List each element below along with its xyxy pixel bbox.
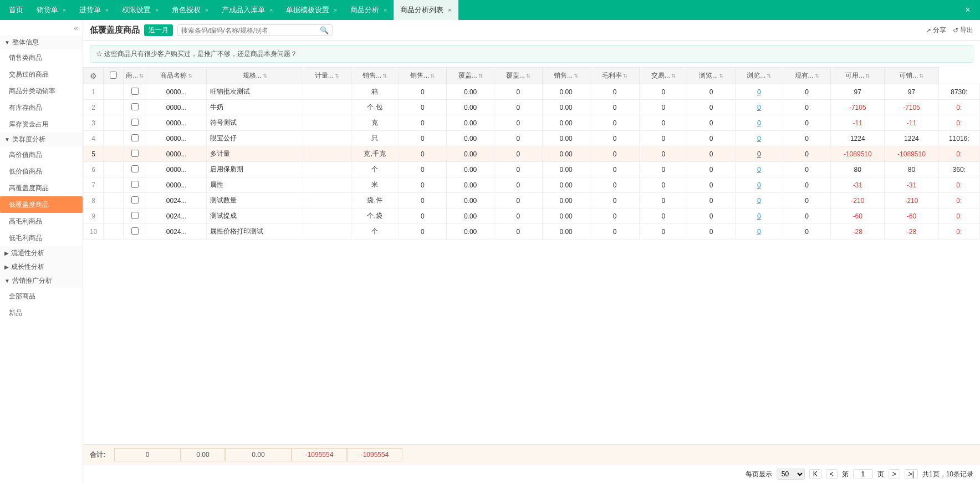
export-button[interactable]: ↺ 导出 [953, 26, 973, 35]
row-checkbox[interactable] [131, 227, 139, 235]
row-checkbox[interactable] [131, 181, 139, 188]
col-code[interactable]: 商...⇅ [124, 68, 146, 84]
row-settings[interactable] [104, 224, 124, 240]
sidebar-item-capital-occupation[interactable]: 库存资金占用 [0, 116, 83, 133]
row-settings[interactable] [104, 209, 124, 224]
row-settings[interactable] [104, 84, 124, 100]
nav-permission-settings[interactable]: 权限设置 × [115, 0, 165, 20]
col-sales-amt[interactable]: 销售...⇅ [399, 68, 446, 84]
page-number-input[interactable] [853, 469, 873, 479]
row-checkbox-cell[interactable] [124, 146, 146, 162]
row-checkbox[interactable] [131, 119, 139, 126]
row-checkbox-cell[interactable] [124, 193, 146, 209]
share-button[interactable]: ↗ 分享 [926, 26, 946, 35]
row-browse1[interactable]: 0 [735, 209, 783, 224]
close-role-icon[interactable]: × [205, 7, 208, 13]
nav-goods-analysis[interactable]: 商品分析 × [344, 0, 394, 20]
sidebar-item-all-goods[interactable]: 全部商品 [0, 288, 83, 304]
nav-home[interactable]: 首页 [2, 0, 30, 20]
sidebar-collapse-button[interactable]: « [0, 20, 83, 35]
sidebar-item-high-margin[interactable]: 高毛利商品 [0, 213, 83, 230]
nav-role-auth[interactable]: 角色授权 × [165, 0, 215, 20]
col-trade[interactable]: 交易...⇅ [640, 68, 687, 84]
sidebar-item-low-coverage[interactable]: 低覆盖度商品 [0, 196, 83, 213]
row-checkbox-cell[interactable] [124, 115, 146, 131]
sidebar-group-marketing[interactable]: ▼ 营销推广分析 [0, 274, 83, 288]
col-browse2[interactable]: 浏览...⇅ [735, 68, 783, 84]
col-settings[interactable]: ⚙ [84, 68, 104, 84]
close-goods-analysis-icon[interactable]: × [384, 7, 387, 13]
nav-sales-order[interactable]: 销货单 × [30, 0, 73, 20]
close-permission-icon[interactable]: × [155, 7, 159, 13]
row-settings[interactable] [104, 146, 124, 162]
row-checkbox-cell[interactable] [124, 162, 146, 177]
row-checkbox-cell[interactable] [124, 84, 146, 100]
sidebar-item-stock-goods[interactable]: 有库存商品 [0, 99, 83, 116]
sidebar-item-traded-goods[interactable]: 交易过的商品 [0, 66, 83, 83]
row-settings[interactable] [104, 115, 124, 131]
row-settings[interactable] [104, 193, 124, 209]
sidebar-item-low-value[interactable]: 低价值商品 [0, 163, 83, 180]
sidebar-group-overall[interactable]: ▼ 整体信息 [0, 35, 83, 49]
select-all-checkbox[interactable] [110, 72, 117, 79]
period-button[interactable]: 近一月 [144, 24, 173, 36]
col-spec[interactable]: 规格...⇅ [207, 68, 303, 84]
row-checkbox-cell[interactable] [124, 224, 146, 240]
close-template-icon[interactable]: × [334, 7, 337, 13]
row-checkbox-cell[interactable] [124, 131, 146, 146]
nav-template-settings[interactable]: 单据模板设置 × [279, 0, 344, 20]
col-name[interactable]: 商品名称⇅ [146, 68, 207, 84]
row-settings[interactable] [104, 177, 124, 193]
row-browse1[interactable]: 0 [735, 146, 783, 162]
col-current[interactable]: 现有...⇅ [783, 68, 830, 84]
sidebar-item-low-margin[interactable]: 低毛利商品 [0, 230, 83, 246]
col-sales-x[interactable]: 销售...⇅ [542, 68, 590, 84]
row-checkbox[interactable] [131, 212, 139, 219]
sidebar-group-cluster[interactable]: ▼ 类群度分析 [0, 133, 83, 146]
first-page-button[interactable]: K [809, 469, 821, 479]
close-purchase-order-icon[interactable]: × [105, 7, 109, 13]
close-goods-list-icon[interactable]: × [448, 7, 451, 13]
row-checkbox[interactable] [131, 165, 139, 172]
row-browse1[interactable]: 0 [735, 115, 783, 131]
sidebar-item-category-rate[interactable]: 商品分类动销率 [0, 83, 83, 99]
sidebar-group-growth[interactable]: ▶ 成长性分析 [0, 260, 83, 274]
row-browse1[interactable]: 0 [735, 131, 783, 146]
next-page-button[interactable]: > [889, 469, 900, 479]
close-product-in-icon[interactable]: × [269, 7, 273, 13]
row-browse1[interactable]: 0 [735, 193, 783, 209]
sidebar-item-high-coverage[interactable]: 高覆盖度商品 [0, 180, 83, 196]
col-coverage2[interactable]: 覆盖...⇅ [494, 68, 542, 84]
row-browse1[interactable]: 0 [735, 224, 783, 240]
sidebar-item-sales-goods[interactable]: 销售类商品 [0, 49, 83, 66]
row-checkbox[interactable] [131, 196, 139, 204]
window-close-button[interactable]: × [958, 0, 978, 20]
last-page-button[interactable]: >| [905, 469, 918, 479]
row-checkbox[interactable] [131, 134, 139, 141]
row-checkbox[interactable] [131, 103, 139, 110]
close-sales-order-icon[interactable]: × [63, 7, 66, 13]
row-settings[interactable] [104, 100, 124, 115]
page-size-select[interactable]: 20 50 100 200 [777, 469, 805, 480]
row-browse1[interactable]: 0 [735, 84, 783, 100]
row-settings[interactable] [104, 131, 124, 146]
row-checkbox[interactable] [131, 150, 139, 157]
col-checkbox[interactable] [104, 68, 124, 84]
col-sellable[interactable]: 可销...⇅ [885, 68, 938, 84]
sidebar-item-high-value[interactable]: 高价值商品 [0, 146, 83, 163]
row-checkbox-cell[interactable] [124, 100, 146, 115]
nav-product-in[interactable]: 产成品入库单 × [215, 0, 279, 20]
sidebar-item-new-goods[interactable]: 新品 [0, 304, 83, 321]
row-browse1[interactable]: 0 [735, 100, 783, 115]
row-checkbox-cell[interactable] [124, 177, 146, 193]
nav-purchase-order[interactable]: 进货单 × [73, 0, 115, 20]
search-input[interactable] [181, 27, 320, 34]
col-sales-qty[interactable]: 销售...⇅ [351, 68, 399, 84]
row-checkbox[interactable] [131, 88, 139, 95]
col-gross-rate[interactable]: 毛利率⇅ [590, 68, 639, 84]
col-unit[interactable]: 计量...⇅ [303, 68, 351, 84]
row-checkbox-cell[interactable] [124, 209, 146, 224]
col-coverage1[interactable]: 覆盖...⇅ [447, 68, 494, 84]
row-browse1[interactable]: 0 [735, 162, 783, 177]
col-browse1[interactable]: 浏览...⇅ [687, 68, 735, 84]
